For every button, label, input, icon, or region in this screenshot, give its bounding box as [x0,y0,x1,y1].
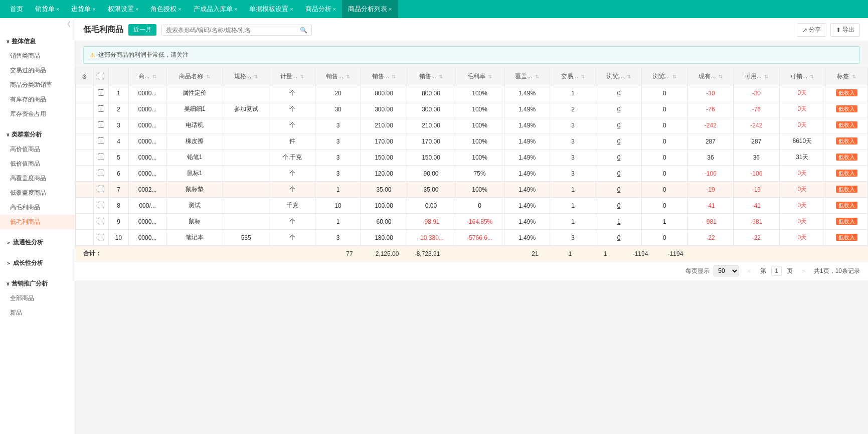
row-checkbox[interactable] [98,121,104,128]
sidebar-section-circulation-title[interactable]: ＞ 流通性分析 [0,235,75,250]
row-browse1[interactable]: 0 [596,166,641,182]
row-checkbox-cell[interactable] [94,182,109,198]
row-checkbox[interactable] [98,218,104,224]
nav-close-product-analysis-list[interactable]: × [389,6,392,12]
sidebar-item-all-goods[interactable]: 全部商品 [0,291,75,306]
row-browse2: 0 [642,230,687,246]
row-checkbox-cell[interactable] [94,230,109,246]
th-current-stock[interactable]: 现有... ⇅ [687,68,733,85]
share-button[interactable]: ↗ 分享 [797,23,826,37]
row-sales-profit: -10,380... [407,230,455,246]
sidebar-item-high-coverage[interactable]: 高覆盖度商品 [0,171,75,186]
sidebar-item-low-margin[interactable]: 低毛利商品 [0,215,75,229]
sidebar-item-high-margin[interactable]: 高毛利商品 [0,200,75,215]
row-browse1[interactable]: 0 [596,150,641,166]
nav-product-analysis-list[interactable]: 商品分析列表 × [342,0,398,18]
th-unit[interactable]: 计量... ⇅ [269,68,315,85]
nav-close-permission[interactable]: × [135,6,138,12]
sidebar-item-sales-goods[interactable]: 销售类商品 [0,49,75,63]
sidebar-item-traded-goods[interactable]: 交易过的商品 [0,63,75,78]
row-checkbox-cell[interactable] [94,150,109,166]
sidebar-section-cluster-title[interactable]: ∨ 类群堂分析 [0,127,75,142]
row-checkbox-cell[interactable] [94,166,109,182]
nav-permission[interactable]: 权限设置 × [102,0,144,18]
th-code[interactable]: 商... ⇅ [128,68,166,85]
row-checkbox[interactable] [98,170,104,176]
per-page-select[interactable]: 50 100 200 [714,265,739,276]
row-checkbox-cell[interactable] [94,198,109,214]
nav-close-role[interactable]: × [178,6,181,12]
th-spec[interactable]: 规格... ⇅ [223,68,269,85]
row-checkbox[interactable] [98,105,104,112]
th-coverage[interactable]: 覆盖... ⇅ [504,68,550,85]
row-tag: 低收入 [825,166,868,182]
row-checkbox[interactable] [98,186,104,192]
th-sellable[interactable]: 可销... ⇅ [779,68,825,85]
row-checkbox[interactable] [98,202,104,208]
row-checkbox[interactable] [98,89,104,96]
nav-close-sales[interactable]: × [56,6,59,12]
row-browse1[interactable]: 0 [596,133,641,150]
sidebar-item-low-value[interactable]: 低价值商品 [0,157,75,171]
row-checkbox[interactable] [98,234,104,240]
th-sales-price[interactable]: 销售... ⇅ [361,68,407,85]
row-checkbox-cell[interactable] [94,117,109,133]
th-available[interactable]: 可用... ⇅ [734,68,779,85]
nav-close-product-analysis[interactable]: × [333,6,336,12]
row-browse2: 1 [642,214,687,230]
search-input[interactable] [166,27,298,34]
row-browse1[interactable]: 0 [596,182,641,198]
row-sales-price: 210.00 [361,117,407,133]
prev-page-button[interactable]: ＜ [743,266,755,276]
row-browse1[interactable]: 0 [596,101,641,117]
row-browse1[interactable]: 0 [596,198,641,214]
sidebar-section-marketing-title[interactable]: ∨ 营销推广分析 [0,276,75,291]
th-transaction[interactable]: 交易... ⇅ [550,68,596,85]
sidebar-collapse-button[interactable]: 《 [0,18,75,31]
th-browse2[interactable]: 浏览... ⇅ [642,68,687,85]
nav-product-analysis[interactable]: 商品分析 × [299,0,342,18]
table-wrapper[interactable]: ⚙ 商... ⇅ 商品名称 ⇅ 规格... ⇅ 计量... ⇅ 销售... ⇅ … [75,68,868,246]
search-box[interactable]: 🔍 [161,25,312,36]
th-sales-qty[interactable]: 销售... ⇅ [315,68,361,85]
th-margin-rate[interactable]: 毛利率 ⇅ [455,68,504,85]
nav-purchase[interactable]: 进货单 × [65,0,101,18]
sidebar-section-growth-title[interactable]: ＞ 成长性分析 [0,256,75,270]
export-button[interactable]: ⬆ 导出 [830,23,860,37]
row-checkbox[interactable] [98,154,104,160]
th-settings[interactable]: ⚙ [76,68,94,85]
th-checkbox[interactable] [94,68,109,85]
row-checkbox-cell[interactable] [94,214,109,230]
th-name[interactable]: 商品名称 ⇅ [166,68,223,85]
row-checkbox-cell[interactable] [94,85,109,101]
nav-sales[interactable]: 销货单 × [29,0,65,18]
row-checkbox-cell[interactable] [94,133,109,150]
nav-template[interactable]: 单据模板设置 × [243,0,299,18]
row-checkbox[interactable] [98,137,104,144]
nav-close-purchase[interactable]: × [92,6,95,12]
th-sales-profit[interactable]: 销售... ⇅ [407,68,455,85]
period-button[interactable]: 近一月 [128,24,156,36]
sidebar-item-category-rate[interactable]: 商品分类助销率 [0,78,75,92]
th-browse1[interactable]: 浏览... ⇅ [596,68,641,85]
row-browse1[interactable]: 0 [596,230,641,246]
sidebar-item-stock-goods[interactable]: 有库存的商品 [0,92,75,107]
nav-product-entry[interactable]: 产成品入库单 × [188,0,243,18]
sidebar-item-new-goods[interactable]: 新品 [0,306,75,320]
th-tag[interactable]: 标签 ⇅ [825,68,868,85]
row-checkbox-cell[interactable] [94,101,109,117]
nav-close-template[interactable]: × [290,6,293,12]
sidebar-item-stock-capital[interactable]: 库存资金占用 [0,107,75,121]
sidebar-section-overall-title[interactable]: ∨ 整体信息 [0,34,75,49]
nav-home[interactable]: 首页 [4,0,29,18]
next-page-button[interactable]: ＞ [798,266,810,276]
search-icon[interactable]: 🔍 [300,27,307,34]
row-browse1[interactable]: 1 [596,214,641,230]
select-all-checkbox[interactable] [98,73,104,79]
nav-role[interactable]: 角色授权 × [144,0,187,18]
row-browse1[interactable]: 0 [596,117,641,133]
nav-close-product-entry[interactable]: × [234,6,237,12]
sidebar-item-high-value[interactable]: 高价值商品 [0,142,75,157]
row-browse1[interactable]: 0 [596,85,641,101]
sidebar-item-low-coverage[interactable]: 低覆盖度商品 [0,186,75,200]
